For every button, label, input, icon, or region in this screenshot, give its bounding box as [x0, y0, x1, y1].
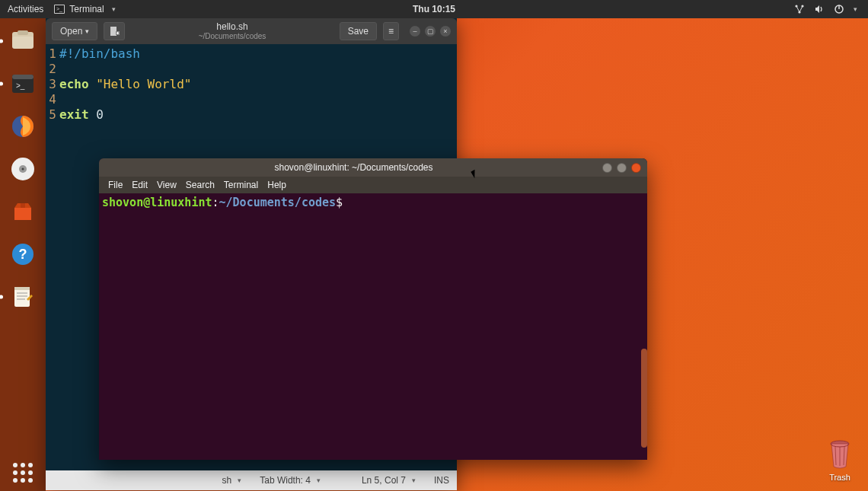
line-gutter: 1 2 3 4 5 — [46, 46, 59, 470]
close-button[interactable]: × — [440, 26, 451, 37]
terminal-maximize-button[interactable] — [617, 163, 627, 173]
code-string: "Hello World" — [96, 77, 191, 91]
svg-point-17 — [22, 168, 24, 171]
open-button[interactable]: Open ▾ — [52, 22, 97, 40]
statusbar-lang[interactable]: sh — [222, 475, 242, 486]
svg-rect-32 — [110, 27, 116, 36]
new-tab-button[interactable] — [104, 22, 125, 40]
launcher-dock: >_ ? — [0, 18, 46, 491]
menu-view[interactable]: View — [157, 180, 177, 190]
terminal-prompt: shovon@linuxhint:~/Documents/codes$ — [102, 196, 343, 209]
terminal-titlebar[interactable]: shovon@linuxhint: ~/Documents/codes — [99, 158, 647, 177]
system-menu-chevron-icon[interactable]: ▾ — [854, 5, 857, 13]
grid-icon — [13, 463, 33, 483]
svg-text:?: ? — [19, 247, 27, 262]
terminal-minimize-button[interactable] — [602, 163, 612, 173]
gedit-titlebar[interactable]: Open ▾ hello.sh ~/Documents/codes Save ≡… — [46, 18, 457, 44]
terminal-menubar: File Edit View Search Terminal Help — [99, 177, 647, 193]
activities-button[interactable]: Activities — [8, 4, 43, 14]
launcher-help[interactable]: ? — [4, 236, 42, 273]
terminal-scrollbar[interactable] — [641, 349, 647, 448]
new-document-icon — [109, 26, 120, 37]
launcher-rhythmbox[interactable] — [4, 151, 42, 187]
svg-rect-23 — [14, 287, 30, 290]
code-keyword-echo: echo — [59, 77, 89, 91]
terminal-window: shovon@linuxhint: ~/Documents/codes File… — [99, 158, 647, 460]
menu-help[interactable]: Help — [267, 180, 286, 190]
trash-icon — [825, 439, 854, 470]
code-number: 0 — [96, 107, 104, 122]
menu-edit[interactable]: Edit — [132, 180, 148, 190]
launcher-show-apps[interactable] — [4, 454, 42, 491]
terminal-icon: >_ — [54, 5, 65, 14]
svg-rect-12 — [12, 75, 34, 79]
gedit-subtitle: ~/Documents/codes — [131, 32, 333, 41]
svg-text:>_: >_ — [56, 6, 62, 12]
minimize-button[interactable]: – — [410, 26, 420, 37]
desktop-trash[interactable]: Trash — [825, 439, 854, 482]
terminal-body[interactable]: shovon@linuxhint:~/Documents/codes$ — [99, 193, 647, 460]
launcher-firefox[interactable] — [4, 108, 42, 145]
hamburger-icon: ≡ — [388, 26, 394, 37]
chevron-down-icon: ▾ — [85, 27, 89, 35]
statusbar-insertmode[interactable]: INS — [434, 475, 449, 486]
svg-rect-10 — [18, 30, 28, 35]
launcher-software[interactable] — [4, 193, 42, 230]
code-shebang: #!/bin/bash — [59, 46, 140, 61]
statusbar-tabwidth[interactable]: Tab Width: 4 — [260, 475, 321, 486]
clock[interactable]: Thu 10:15 — [413, 4, 455, 14]
save-button[interactable]: Save — [340, 22, 377, 40]
menu-file[interactable]: File — [108, 180, 123, 190]
app-menu[interactable]: >_ Terminal — [54, 4, 115, 14]
hamburger-menu-button[interactable]: ≡ — [383, 22, 399, 40]
terminal-close-button[interactable] — [631, 163, 641, 173]
terminal-title: shovon@linuxhint: ~/Documents/codes — [105, 162, 602, 173]
trash-label: Trash — [829, 473, 850, 482]
gedit-statusbar: sh Tab Width: 4 Ln 5, Col 7 INS — [46, 470, 457, 490]
maximize-button[interactable]: ▢ — [425, 26, 436, 37]
svg-rect-18 — [14, 208, 31, 220]
svg-text:>_: >_ — [16, 81, 25, 90]
svg-rect-9 — [12, 37, 34, 49]
gedit-title: hello.sh — [131, 21, 333, 32]
volume-icon[interactable] — [814, 4, 825, 14]
power-icon[interactable] — [834, 4, 844, 14]
menu-terminal[interactable]: Terminal — [224, 180, 258, 190]
launcher-gedit[interactable] — [4, 279, 42, 315]
network-icon[interactable] — [794, 4, 805, 14]
svg-rect-19 — [21, 203, 25, 208]
launcher-terminal[interactable]: >_ — [4, 65, 42, 102]
top-panel: Activities >_ Terminal Thu 10:15 ▾ — [0, 0, 868, 18]
launcher-files[interactable] — [4, 23, 42, 59]
open-button-label: Open — [60, 26, 82, 37]
app-menu-label: Terminal — [69, 4, 104, 14]
code-keyword-exit: exit — [59, 107, 89, 122]
statusbar-position[interactable]: Ln 5, Col 7 — [362, 475, 416, 486]
menu-search[interactable]: Search — [186, 180, 215, 190]
